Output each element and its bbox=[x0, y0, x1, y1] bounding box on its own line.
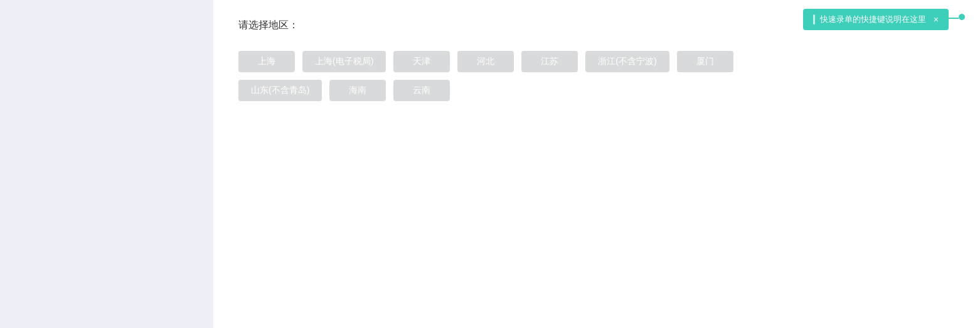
region-button-4[interactable]: 江苏 bbox=[521, 51, 578, 72]
region-button-row2-2[interactable]: 云南 bbox=[393, 80, 450, 101]
tooltip-banner: 快速录单的快捷键说明在这里 × bbox=[803, 9, 949, 30]
region-row-2: 山东(不含青岛)海南云南 bbox=[238, 80, 955, 101]
region-button-row2-0[interactable]: 山东(不含青岛) bbox=[238, 80, 322, 101]
region-button-0[interactable]: 上海 bbox=[238, 51, 295, 72]
region-button-3[interactable]: 河北 bbox=[457, 51, 514, 72]
main-content: 请选择地区： 上海上海(电子税局)天津河北江苏浙江(不含宁波)厦门 山东(不含青… bbox=[213, 0, 980, 328]
region-button-5[interactable]: 浙江(不含宁波) bbox=[585, 51, 669, 72]
region-button-2[interactable]: 天津 bbox=[393, 51, 450, 72]
tooltip-text: 快速录单的快捷键说明在这里 bbox=[820, 14, 926, 25]
tooltip-close-button[interactable]: × bbox=[934, 14, 939, 25]
region-button-1[interactable]: 上海(电子税局) bbox=[302, 51, 386, 72]
region-button-6[interactable]: 厦门 bbox=[677, 51, 733, 72]
tooltip-dot bbox=[959, 14, 965, 20]
tooltip-arrow bbox=[947, 18, 959, 19]
region-button-row2-1[interactable]: 海南 bbox=[329, 80, 386, 101]
region-row-1: 上海上海(电子税局)天津河北江苏浙江(不含宁波)厦门 bbox=[238, 51, 955, 72]
tooltip-bar bbox=[813, 14, 815, 25]
sidebar bbox=[0, 0, 213, 328]
